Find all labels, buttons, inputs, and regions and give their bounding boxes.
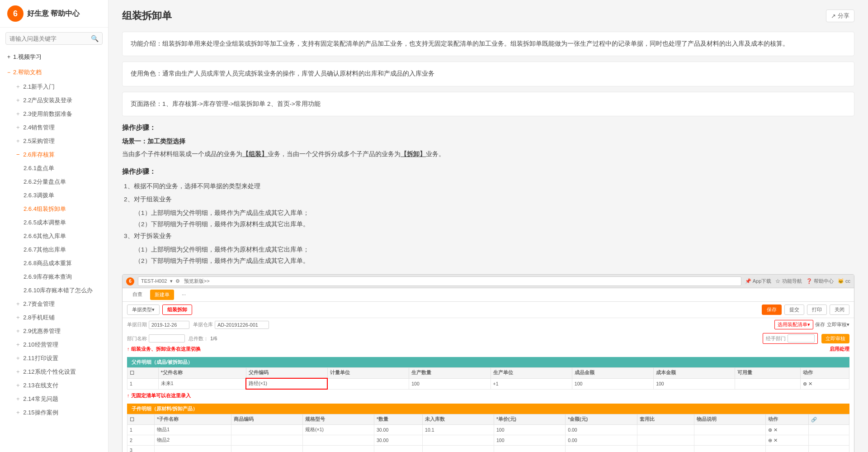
search-input[interactable]: [9, 35, 91, 42]
sidebar-item-docs-266[interactable]: 2.6.6其他入库单: [0, 229, 108, 243]
sidebar-item-docs-24[interactable]: + 2.4销售管理: [0, 121, 108, 134]
expand-icon: +: [7, 54, 10, 60]
sidebar-item-video[interactable]: + 1.视频学习: [0, 49, 108, 65]
sidebar-item-docs-211[interactable]: + 2.11打印设置: [0, 352, 108, 365]
sidebar-item-docs-265[interactable]: 2.6.5成本调整单: [0, 216, 108, 229]
step-2-sub1: （1）上部明细为父件明细，最终作为产成品生成其它入库单；: [122, 207, 854, 219]
mock-field-row1: 单据日期 单据仓库 选用装配清单▾ 保存 立即审核▾: [123, 318, 854, 331]
mock-th-produce-qty: 生产数量: [409, 368, 491, 379]
operations-title: 操作步骤：: [122, 124, 854, 132]
mock-tab-extra[interactable]: ···: [176, 289, 191, 301]
nav-child-icon: +: [16, 138, 20, 144]
mock-btn-type[interactable]: 单据类型▾: [127, 305, 160, 315]
sidebar-item-docs-22[interactable]: + 2.2产品安装及登录: [0, 94, 108, 107]
sidebar-item-docs-215[interactable]: + 2.15操作案例: [0, 406, 108, 419]
main-content: 组装拆卸单 ↗ 分享 功能介绍：组装拆卸单用来处理企业组装或拆卸等加工业务，支持…: [108, 0, 868, 452]
mock-th-produce-unit: 生产单位: [491, 368, 572, 379]
nav-section: + 1.视频学习 − 2.帮助文档 + 2.1新手入门 + 2.2产品安装及登录…: [0, 49, 108, 421]
sidebar-item-docs-267[interactable]: 2.6.7其他出库单: [0, 243, 108, 257]
sidebar-item-docs-26[interactable]: − 2.6库存核算: [0, 148, 108, 162]
mock-btn-baocun2[interactable]: 保存: [815, 321, 825, 328]
nav-child-icon: +: [16, 368, 20, 375]
scenario1-title: 场景一：加工类型选择: [122, 138, 854, 146]
mock-field-row2: 部门名称 总件数： 1/6 经手部门 立即审核: [123, 331, 854, 346]
sidebar-item-docs-214[interactable]: + 2.14常见问题: [0, 392, 108, 406]
sidebar-item-docs[interactable]: − 2.帮助文档: [0, 65, 108, 80]
mock-field-warehouse: 单据仓库: [193, 321, 269, 329]
sidebar-item-docs-29[interactable]: + 2.9优惠券管理: [0, 324, 108, 338]
page-title-row: 组装拆卸单 ↗ 分享: [122, 9, 854, 23]
mock-btn-confirm[interactable]: 立即审核: [821, 334, 849, 343]
mock-input-processor[interactable]: [788, 334, 815, 343]
search-box[interactable]: 🔍: [5, 32, 103, 45]
sidebar-item-docs-263[interactable]: 2.6.3调拨单: [0, 189, 108, 202]
mock-btn-yinshua[interactable]: 打印: [807, 305, 827, 315]
sidebar-item-docs-213[interactable]: + 2.13在线支付: [0, 379, 108, 392]
mock-tabs: 自查 新建单 ···: [123, 288, 854, 302]
scenario1-desc: 当由多个子件材料组装成一个成品的业务为【组装】业务，当由一个父件拆分成多个子产品…: [122, 148, 854, 160]
intro-block: 功能介绍：组装拆卸单用来处理企业组装或拆卸等加工业务，支持有固定装配清单的产品加…: [122, 32, 854, 56]
mock-browser-header: 6 TEST-H002 ▾ ⚙ 预览新版>> 📌 App下载 ☆ 功能导航 ❓ …: [123, 275, 854, 288]
search-icon: 🔍: [91, 35, 99, 42]
sidebar-item-docs-261[interactable]: 2.6.1盘点单: [0, 162, 108, 175]
sidebar-item-docs-28[interactable]: + 2.8手机旺铺: [0, 311, 108, 324]
step-3-sub2: （2）下部明细为子件明细，最终作为产成品生成其它入库单。: [122, 255, 854, 267]
nav-child-icon: +: [16, 314, 20, 321]
mock-annotations-row: ↑ 组装业务、拆卸业务在这里切换 启用处理: [123, 346, 854, 354]
mock-th-cost-amount: 成本金额: [654, 368, 735, 379]
sidebar-item-docs-268[interactable]: 2.6.8商品成本重算: [0, 257, 108, 270]
mock-app-logo: 6: [126, 277, 134, 285]
page-title: 组装拆卸单: [122, 9, 172, 23]
mock-field-processor: 经手部门: [763, 333, 818, 344]
operations-label: 操作步骤：: [122, 167, 854, 176]
mock-th-parent-name: *父件名称: [158, 368, 246, 379]
table-row: 2 物品2 30.00 100 0.00 ⊕ ✕: [127, 435, 849, 446]
mock-th-checkbox: ☐: [127, 368, 159, 379]
mock-toolbar: 单据类型▾ 组装拆卸 保存 提交 打印 关闭: [123, 302, 854, 318]
mock-btn-guanbi[interactable]: 关闭: [830, 305, 849, 315]
sidebar-item-docs-262[interactable]: 2.6.2分量盘点单: [0, 175, 108, 189]
screenshot-container: 6 TEST-H002 ▾ ⚙ 预览新版>> 📌 App下载 ☆ 功能导航 ❓ …: [122, 274, 854, 452]
table-row: 1 物品1 规格(×1) 30.00 10.1 100 0.00 ⊕ ✕: [127, 425, 849, 435]
sidebar-item-docs-212[interactable]: + 2.12系统个性化设置: [0, 365, 108, 379]
sidebar-item-docs-269[interactable]: 2.6.9库存账本查询: [0, 270, 108, 284]
nav-child-icon: +: [16, 409, 20, 416]
sidebar-item-docs-210[interactable]: + 2.10经营管理: [0, 338, 108, 352]
share-button[interactable]: ↗ 分享: [826, 10, 854, 22]
mock-th-available: 可用量: [735, 368, 800, 379]
mock-lower-table-area: 子件明细（原材料/拆卸产品） ☐ *子件名称 商品编码 规格型号 *数量 未入库…: [123, 401, 854, 452]
sidebar-item-docs-23[interactable]: + 2.3使用前数据准备: [0, 107, 108, 121]
sidebar-item-docs-27[interactable]: + 2.7资金管理: [0, 297, 108, 311]
mock-btn-tijiao[interactable]: 提交: [784, 305, 804, 315]
mock-tab-xingjian[interactable]: 新建单: [150, 290, 174, 300]
sidebar-item-docs-21[interactable]: + 2.1新手入门: [0, 80, 108, 94]
step-2-sub2: （2）下部明细为子件明细，最终作为原材料生成其它出库单。: [122, 219, 854, 230]
step-3: 3、对于拆装业务: [122, 230, 854, 242]
sidebar-header: 6 好生意 帮助中心: [0, 0, 108, 28]
mock-annotation-qiyong: 启用处理: [830, 346, 849, 352]
role-block: 使用角色：通常由生产人员或库管人员完成拆装业务的操作，库管人员确认原材料的出库和…: [122, 62, 854, 86]
nav-child-icon: +: [16, 355, 20, 362]
nav-child-icon: +: [16, 382, 20, 389]
nav-child-icon: +: [16, 97, 20, 104]
mock-btn-tijiao2[interactable]: 立即审核▾: [827, 321, 849, 328]
mock-input-dept[interactable]: [149, 334, 185, 343]
mock-annotation-switch: ↑ 组装业务、拆卸业务在这里切换: [127, 346, 201, 352]
nav-child-icon: +: [16, 300, 20, 307]
mock-btn-baocun[interactable]: 保存: [762, 305, 782, 315]
sidebar: 6 好生意 帮助中心 🔍 + 1.视频学习 − 2.帮助文档 + 2.1新手入门…: [0, 0, 108, 452]
app-logo: 6: [7, 5, 24, 22]
mock-btn-zhuangpei[interactable]: 选用装配清单▾: [774, 320, 813, 329]
mock-field-dept: 部门名称: [127, 334, 185, 343]
sidebar-item-docs-264[interactable]: 2.6.4组装拆卸单: [0, 202, 108, 216]
mock-tab-zizha[interactable]: 自查: [127, 288, 148, 301]
collapse-icon: −: [7, 69, 10, 76]
mock-input-warehouse[interactable]: [215, 321, 269, 329]
mock-annotation-manual: ↑ 无固定清单可以在这里录入: [123, 392, 854, 401]
sidebar-item-docs-2610[interactable]: 2.6.10库存账本错了怎么办: [0, 284, 108, 297]
mock-input-date[interactable]: [149, 321, 189, 329]
mock-btn-zuzhuang[interactable]: 组装拆卸: [162, 305, 192, 315]
mock-url-bar: TEST-H002 ▾ ⚙ 预览新版>>: [138, 276, 741, 286]
sidebar-item-docs-25[interactable]: + 2.5采购管理: [0, 134, 108, 148]
mock-nav-icons: 📌 App下载 ☆ 功能导航 ❓ 帮助中心 🐱 cc: [745, 278, 850, 285]
